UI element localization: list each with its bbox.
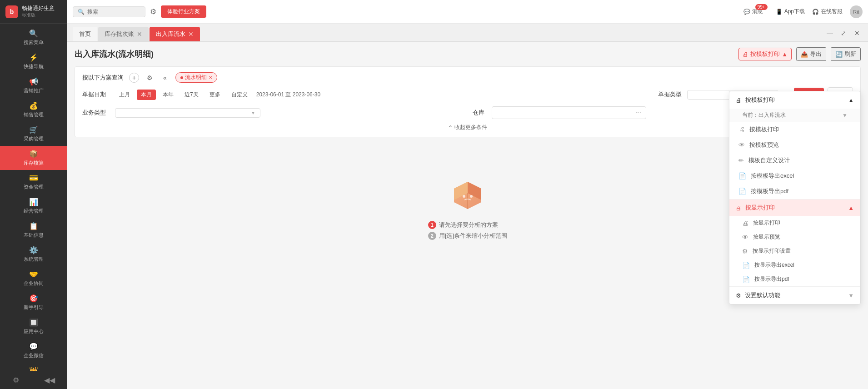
settings-footer-icon[interactable]: ⚙ (13, 376, 19, 384)
dp-export-excel-template-label: 按模板导出excel (751, 172, 794, 180)
filter-settings-icon[interactable]: ⚙ (145, 73, 155, 83)
sidebar-item-marketing[interactable]: 📢 营销推广 (0, 74, 67, 98)
sidebar-item-label: 营销推广 (24, 87, 44, 94)
warehouse-field[interactable]: ··· (492, 106, 646, 119)
message-badge: 99+ (755, 4, 768, 10)
chevron-down-footer-icon: ▼ (848, 292, 854, 299)
empty-tip-2: 2 用[选]条件来缩小分析范围 (428, 232, 507, 240)
print-template-icon: 🖨 (738, 126, 745, 133)
print-template-button[interactable]: 🖨 按模板打印 ▲ (738, 48, 792, 60)
filter-tag-dot (180, 76, 183, 79)
empty-tips: 1 请先选择要分析的方案 2 用[选]条件来缩小分析范围 (428, 221, 507, 240)
dp-export-pdf-template-item[interactable]: 📄 按模板导出pdf (729, 184, 860, 199)
dp-display-section-header[interactable]: 🖨 按显示打印 ▲ (729, 199, 860, 216)
page-area: 出入库流水(流水明细) 🖨 按模板打印 ▲ 📤 导出 🔄 刷新 (67, 42, 868, 389)
sidebar-item-search-menu[interactable]: 🔍 搜索菜单 (0, 25, 67, 50)
export-pdf-template-icon: 📄 (738, 188, 746, 195)
customer-service-button[interactable]: 🎧 在线客服 (812, 8, 843, 15)
sidebar-item-app-center[interactable]: 🔲 应用中心 (0, 314, 67, 339)
minimize-window-icon[interactable]: — (824, 28, 835, 39)
refresh-button[interactable]: 🔄 刷新 (831, 47, 861, 61)
dp-export-excel-template-item[interactable]: 📄 按模板导出excel (729, 168, 860, 184)
dp-display-preview-item[interactable]: 👁 按显示预览 (729, 230, 860, 244)
dp-custom-design-item[interactable]: ✏ 模板自定义设计 (729, 153, 860, 168)
business-type-select[interactable]: ▼ (115, 108, 260, 118)
sales-icon: 💰 (29, 101, 38, 110)
app-name: 畅捷通好生意 (22, 5, 55, 12)
sidebar-item-label: 经营管理 (24, 208, 44, 214)
vip-icon: 👑 (29, 366, 38, 371)
date-tag-last-month[interactable]: 上月 (115, 90, 134, 100)
dp-template-header[interactable]: 🖨 按模板打印 ▲ (729, 91, 860, 109)
sidebar-item-inventory[interactable]: 📦 库存核算 (0, 146, 67, 170)
filter-tag[interactable]: 流水明细 ✕ (175, 72, 217, 83)
dp-footer-settings[interactable]: ⚙ 设置默认功能 ▼ (729, 287, 860, 304)
chevron-up-icon-2: ⌃ (448, 125, 453, 131)
sidebar-item-newbie[interactable]: 🎯 新手引导 (0, 290, 67, 314)
app-center-icon: 🔲 (29, 318, 38, 327)
sidebar-item-basic[interactable]: 📋 基础信息 (0, 218, 67, 242)
tip-number-2: 2 (428, 232, 436, 240)
dp-preview-template-item[interactable]: 👁 按模板预览 (729, 137, 860, 153)
display-preview-icon: 👁 (742, 234, 748, 241)
sidebar-item-system[interactable]: ⚙️ 系统管理 (0, 242, 67, 266)
sidebar-item-finance[interactable]: 💳 资金管理 (0, 170, 67, 194)
refresh-label: 刷新 (844, 50, 856, 58)
topbar-search-wrapper[interactable]: 🔍 (73, 6, 145, 17)
system-icon: ⚙️ (29, 246, 38, 254)
tab-close-active-icon[interactable]: ✕ (188, 30, 194, 38)
search-input[interactable] (87, 9, 140, 15)
tab-flow[interactable]: 出入库流水 ✕ (150, 27, 200, 41)
tab-home[interactable]: 首页 (73, 27, 97, 41)
warehouse-label: 仓库 (473, 109, 486, 117)
sidebar-item-purchase[interactable]: 🛒 采购管理 (0, 122, 67, 146)
user-avatar[interactable]: Rit (850, 5, 863, 18)
close-window-icon[interactable]: ✕ (852, 28, 863, 39)
empty-tip-1: 1 请先选择要分析的方案 (428, 221, 507, 229)
date-filter-label: 单据日期 (82, 90, 110, 99)
printer-header-icon: 🖨 (736, 97, 742, 104)
date-tag-more[interactable]: 更多 (205, 90, 224, 100)
dp-display-preview-label: 按显示预览 (753, 233, 780, 241)
app-download-button[interactable]: 📱 App下载 (776, 8, 805, 15)
gear-icon[interactable]: ⚙ (150, 7, 156, 16)
inventory-icon: 📦 (29, 150, 38, 158)
date-tag-last-7-days[interactable]: 近7天 (180, 90, 203, 100)
message-button[interactable]: 💬 消息 99+ (743, 8, 763, 15)
app-logo-icon: b (5, 5, 18, 18)
sidebar-item-label: 新手引导 (24, 304, 44, 311)
user-name: Rit (853, 9, 859, 15)
dp-print-template-item[interactable]: 🖨 按模板打印 (729, 122, 860, 137)
date-tag-current-year[interactable]: 本年 (159, 90, 178, 100)
sidebar-item-operation[interactable]: 📊 经营管理 (0, 194, 67, 218)
trial-button[interactable]: 体验行业方案 (161, 5, 206, 18)
sidebar-item-wechat[interactable]: 💬 企业微信 (0, 339, 67, 363)
sidebar-item-label: 应用中心 (24, 328, 44, 335)
export-label: 导出 (810, 50, 822, 58)
tab-close-icon[interactable]: ✕ (137, 30, 142, 38)
purchase-icon: 🛒 (29, 125, 38, 134)
date-tag-current-month[interactable]: 本月 (137, 90, 156, 100)
page-title: 出入库流水(流水明细) (75, 49, 154, 60)
sidebar-item-sales[interactable]: 💰 销售管理 (0, 98, 67, 122)
dp-display-export-excel-item[interactable]: 📄 按显示导出excel (729, 258, 860, 272)
page-actions: 🖨 按模板打印 ▲ 📤 导出 🔄 刷新 (738, 47, 861, 61)
dp-display-print-item[interactable]: 🖨 按显示打印 (729, 216, 860, 230)
sidebar-item-vip[interactable]: 👑 畅会员 (0, 363, 67, 371)
tab-batch-account[interactable]: 库存批次账 ✕ (98, 27, 149, 41)
dp-current-label: 当前：出入库流水 (742, 111, 786, 119)
warehouse-more-icon[interactable]: ··· (635, 109, 641, 117)
dp-display-export-pdf-item[interactable]: 📄 按显示导出pdf (729, 272, 860, 286)
maximize-window-icon[interactable]: ⤢ (838, 28, 849, 39)
sidebar-item-enterprise[interactable]: 🤝 企业协同 (0, 266, 67, 290)
date-tag-custom[interactable]: 自定义 (227, 90, 252, 100)
sidebar-item-quick-nav[interactable]: ⚡ 快捷导航 (0, 50, 67, 74)
filter-collapse-icon[interactable]: « (160, 73, 170, 83)
display-export-excel-icon: 📄 (742, 262, 750, 269)
collapse-more-button[interactable]: ⌃ 收起更多条件 (448, 124, 487, 131)
filter-add-button[interactable]: + (129, 73, 139, 83)
export-button[interactable]: 📤 导出 (796, 47, 826, 61)
dp-display-export-pdf-label: 按显示导出pdf (754, 275, 789, 283)
collapse-sidebar-icon[interactable]: ◀◀ (44, 376, 55, 384)
dp-display-print-settings-item[interactable]: ⚙ 按显示打印设置 (729, 244, 860, 258)
